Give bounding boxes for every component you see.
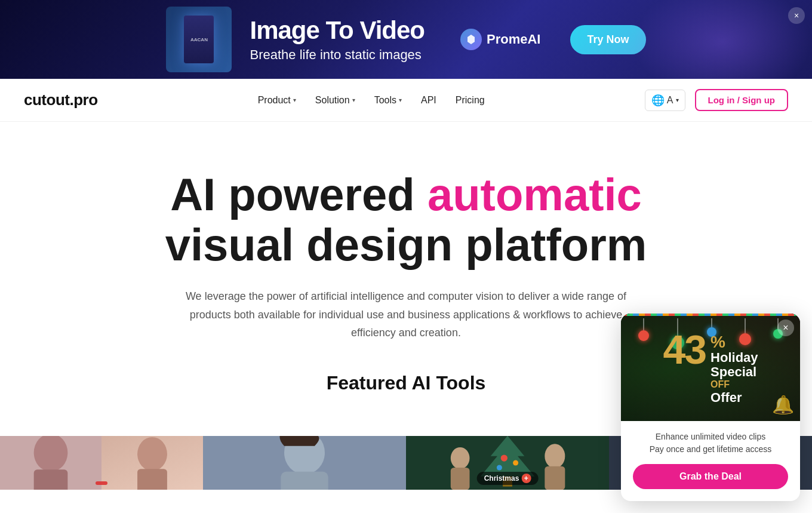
svg-rect-11 [281,472,328,490]
ad-banner: AACAN Image To Video Breathe life into s… [0,0,812,79]
navbar: cutout.pro Product ▾ Solution ▾ Tools ▾ … [0,79,812,122]
popup-banner: 43 % Holiday Special OFF Offer 🔔 [621,314,800,421]
svg-text:AACAN: AACAN [193,39,206,43]
ad-title: Image To Video [250,16,425,45]
ad-logo-name: PromeAI [487,32,540,47]
tool-card-2[interactable] [203,436,406,490]
ad-logo: PromeAI [460,29,540,50]
popup-discount-sign: % [710,334,758,351]
tool-card-1[interactable] [0,436,203,490]
popup-bell-icon: 🔔 [772,394,794,415]
popup-holiday-line2: Special [710,364,756,379]
popup-deal-content: 43 % Holiday Special OFF Offer [663,329,758,406]
lang-label: A [667,95,673,106]
svg-point-16 [513,460,518,465]
nav-right: 🌐 A ▾ Log in / Sign up [645,89,788,111]
popup-off-label: OFF [710,379,758,390]
ad-subtitle: Breathe life into static images [250,47,425,63]
svg-point-17 [497,465,502,470]
popup-holiday-line1: Holiday [710,350,758,365]
grab-deal-button[interactable]: Grab the Deal [633,464,788,489]
lang-chevron-icon: ▾ [676,97,679,103]
solution-chevron-icon: ▾ [352,97,355,103]
ad-product-image: AACAN [166,7,232,72]
hero-subtitle: We leverage the power of artificial inte… [182,287,630,342]
hero-title-accent: automatic [427,169,642,220]
svg-rect-0 [194,16,204,20]
svg-point-18 [545,444,565,468]
nav-api[interactable]: API [421,95,436,106]
svg-rect-1 [192,20,206,56]
ad-close-button[interactable]: × [788,7,805,24]
popup-desc: Enhance unlimited video clips Pay once a… [633,431,788,456]
svg-point-7 [137,437,167,471]
popup-desc-line2: Pay once and get lifetime access [650,444,772,454]
product-chevron-icon: ▾ [293,97,296,103]
hero-title: AI powered automatic visual design platf… [24,170,788,269]
popup-close-button[interactable]: × [777,320,794,336]
tool-card-3[interactable]: Christmas + [406,436,609,490]
popup-lights [621,314,800,316]
promo-popup: × [621,314,800,490]
svg-point-15 [501,454,508,461]
svg-rect-6 [34,469,68,490]
card1-badge [96,481,107,485]
nav-pricing[interactable]: Pricing [456,95,485,106]
nav-tools[interactable]: Tools ▾ [374,95,402,106]
language-icon: 🌐 [651,94,665,107]
promeai-icon [460,29,482,50]
nav-solution[interactable]: Solution ▾ [315,95,355,106]
tools-chevron-icon: ▾ [399,97,402,103]
svg-rect-2 [194,20,199,56]
hero-title-part2: visual design platform [165,219,647,270]
svg-rect-21 [451,468,470,490]
popup-discount-number: 43 [663,329,706,370]
hero-title-part1: AI powered [170,169,427,220]
card3-badge: Christmas + [477,472,539,485]
nav-product[interactable]: Product ▾ [258,95,296,106]
card3-label: Christmas [484,474,519,483]
login-button[interactable]: Log in / Sign up [695,89,788,111]
popup-bottom: Enhance unlimited video clips Pay once a… [621,421,800,490]
svg-rect-19 [545,466,565,490]
svg-point-20 [451,447,470,469]
logo[interactable]: cutout.pro [24,91,98,109]
ad-try-button[interactable]: Try Now [570,25,645,54]
language-button[interactable]: 🌐 A ▾ [645,90,685,111]
svg-rect-8 [137,469,167,490]
card3-plus-icon: + [521,474,531,483]
nav-links: Product ▾ Solution ▾ Tools ▾ API Pricing [258,95,485,106]
popup-desc-line1: Enhance unlimited video clips [656,432,765,441]
popup-discount-details: % Holiday Special OFF Offer [710,329,758,406]
popup-offer-label: Offer [710,390,758,406]
